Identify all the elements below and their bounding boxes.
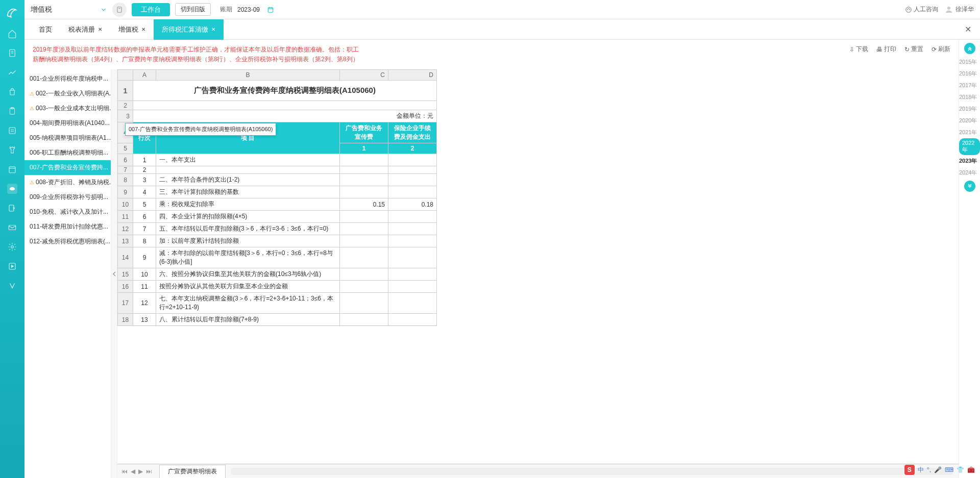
cell[interactable] [133,101,437,110]
cell-item[interactable]: 五、本年结转以后年度扣除额(3＞6，本行=3-6；3≤6，本行=0) [156,223,340,235]
row-header[interactable]: 5 [118,143,133,154]
row-header[interactable]: 10 [118,198,133,211]
switch-old-button[interactable]: 切到旧版 [175,3,211,16]
row-header[interactable]: 14 [118,247,133,268]
cell-value-d[interactable] [388,281,437,293]
ime-logo-icon[interactable]: S [904,465,915,475]
nav-bag-icon[interactable] [7,87,17,97]
col-header-a[interactable]: A [133,70,156,81]
form-list-item[interactable]: 005-纳税调整项目明细表(A1... [24,131,111,145]
ime-mic-icon[interactable]: 🎤 [934,466,942,473]
year-item[interactable]: 2020年 [959,115,980,127]
cell-value-d[interactable] [388,154,437,166]
cell-value-d[interactable] [388,247,437,268]
cell-seq[interactable]: 7 [133,223,156,235]
cell-item[interactable]: 八、累计结转以后年度扣除额(7+8-9) [156,314,340,326]
year-item[interactable]: 2017年 [959,80,980,91]
row-header[interactable]: 3 [118,110,133,122]
close-all-tabs-button[interactable]: ✕ [962,23,974,36]
sheet-nav-prev[interactable]: ◀ [130,468,136,475]
collapse-handle[interactable] [111,69,117,478]
cell-value-c[interactable] [340,235,388,247]
sheet-title[interactable]: 广告费和业务宣传费跨年度纳税调整明细表(A105060) [133,81,437,101]
nav-exit-icon[interactable] [7,203,17,213]
cell-item[interactable]: 减：本年扣除的以前年度结转额[3＞6，本行=0；3≤6，本行=8与(6-3)孰小… [156,247,340,268]
cell-item[interactable]: 三、本年计算扣除限额的基数 [156,186,340,198]
row-header[interactable]: 8 [118,174,133,186]
nav-play-icon[interactable] [7,261,17,271]
form-list-item[interactable]: 001-企业所得税年度纳税申... [24,71,111,86]
row-header[interactable]: 7 [118,166,133,174]
cell-seq[interactable]: 3 [133,174,156,186]
sheet-nav-last[interactable]: ⏭ [145,468,153,475]
form-list-item[interactable]: 006-职工薪酬纳税调整明细... [24,145,111,160]
year-item[interactable]: 2016年 [959,68,980,80]
ime-skin-icon[interactable]: 👕 [957,466,964,473]
nav-calendar-icon[interactable] [7,164,17,174]
col-header-d[interactable]: D [388,70,437,81]
cell-item[interactable]: 七、本年支出纳税调整金额(3＞6，本行=2+3-6+10-11；3≤6，本行=2… [156,293,340,314]
row-header[interactable]: 15 [118,268,133,281]
cell-value-c[interactable] [340,281,388,293]
form-list-item[interactable]: ⚠002-一般企业收入明细表(A... [24,86,111,101]
cell-value-c[interactable] [340,247,388,268]
cell-seq[interactable]: 8 [133,235,156,247]
nav-mail-icon[interactable] [7,222,17,233]
year-down-button[interactable] [964,181,975,192]
col-header-c[interactable]: C [340,70,388,81]
year-item[interactable]: 2024年 [959,167,980,179]
year-item[interactable]: 2019年 [959,103,980,115]
cell-seq[interactable]: 10 [133,268,156,281]
sheet-nav-next[interactable]: ▶ [137,468,144,475]
header-n1[interactable]: 1 [340,143,388,154]
form-list-item[interactable]: 011-研发费用加计扣除优惠... [24,219,111,234]
cell-value-c[interactable] [340,293,388,314]
cell-item[interactable]: 六、按照分摊协议归集至其他关联方的金额(10≤3与6孰小值) [156,268,340,281]
form-list-item[interactable]: ⚠003-一般企业成本支出明细... [24,101,111,116]
cell-seq[interactable]: 9 [133,247,156,268]
cell-value-d[interactable] [388,268,437,281]
close-icon[interactable]: ✕ [98,27,102,32]
cell-value-d[interactable] [388,293,437,314]
form-list-item[interactable]: 007-广告费和业务宣传费跨... [24,160,111,175]
close-icon[interactable]: ✕ [211,27,215,32]
sheet-tab[interactable]: 广宣费调整明细表 [159,465,226,478]
nav-chart-icon[interactable] [7,67,17,78]
col-header-b[interactable]: B [156,70,340,81]
row-header[interactable]: 16 [118,281,133,293]
header-n2[interactable]: 2 [388,143,437,154]
nav-v-icon[interactable] [7,281,17,291]
tab-vat[interactable]: 增值税✕ [110,19,154,40]
cell-value-d[interactable] [388,314,437,326]
form-list-item[interactable]: 004-期间费用明细表(A1040... [24,116,111,131]
nav-tshirt-icon[interactable] [7,145,17,155]
row-header[interactable]: 18 [118,314,133,326]
nav-home-icon[interactable] [7,29,17,39]
cell-value-c[interactable] [340,314,388,326]
cell-seq[interactable]: 6 [133,211,156,223]
form-list-item[interactable]: 012-减免所得税优惠明细表(... [24,234,111,249]
close-icon[interactable]: ✕ [141,27,145,32]
reset-button[interactable]: ↻ 重置 [904,45,923,54]
form-list-item[interactable]: 010-免税、减计收入及加计... [24,205,111,219]
row-header[interactable]: 11 [118,211,133,223]
row-header[interactable]: 12 [118,223,133,235]
ime-toolbox-icon[interactable]: 🧰 [967,466,975,473]
row-header[interactable]: 9 [118,186,133,198]
cell-item[interactable]: 二、本年符合条件的支出(1-2) [156,174,340,186]
cell-value-d[interactable] [388,211,437,223]
cell-value-c[interactable] [340,186,388,198]
year-item[interactable]: 2023年 [959,155,980,167]
cell-value-c[interactable] [340,223,388,235]
cell-value-d[interactable] [388,223,437,235]
cell-value-c[interactable] [340,211,388,223]
note-icon-button[interactable] [112,3,127,17]
horizontal-scrollbar[interactable] [231,468,953,475]
cell-seq[interactable]: 2 [133,166,156,174]
nav-active-icon[interactable] [7,184,17,194]
cell-value-d[interactable] [388,174,437,186]
nav-doc-icon[interactable] [7,48,17,58]
cell-value-d[interactable] [388,186,437,198]
calendar-icon[interactable] [267,6,274,13]
corner-cell[interactable] [118,70,133,81]
